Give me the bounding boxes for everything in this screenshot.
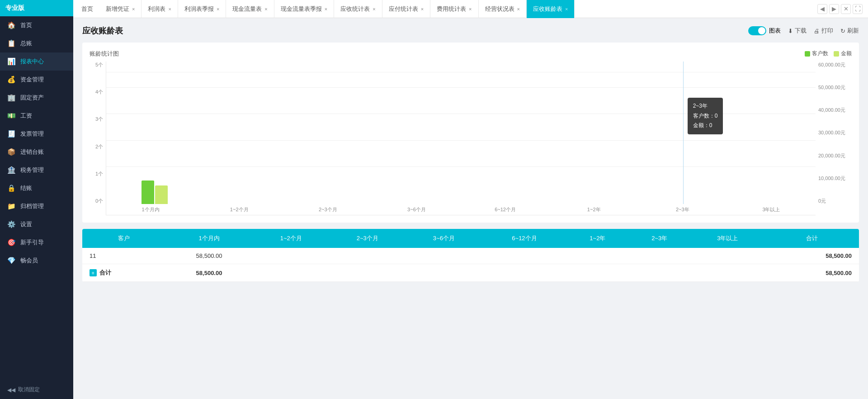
tab-maximize-button[interactable]: ⛶ — [853, 4, 863, 14]
sidebar-item-settings[interactable]: ⚙️ 设置 — [0, 215, 73, 233]
tab-cashflow-quarter-close[interactable]: × — [325, 6, 327, 12]
tax-icon: 🏦 — [7, 166, 16, 174]
refresh-button[interactable]: ↻ 刷新 — [840, 27, 859, 35]
tab-close-all-button[interactable]: ✕ — [841, 4, 851, 14]
sidebar-item-invoice[interactable]: 🧾 发票管理 — [0, 125, 73, 143]
close-accounts-icon: 🔒 — [7, 184, 16, 192]
tab-expense-label: 费用统计表 — [437, 5, 466, 13]
table-total-row: ≡ 合计 58,500.00 58,500.00 — [82, 264, 859, 282]
guide-icon: 🎯 — [7, 238, 16, 247]
tab-prev-button[interactable]: ◀ — [817, 4, 827, 14]
tab-voucher[interactable]: 新增凭证 × — [99, 0, 142, 18]
total-1month: 58,500.00 — [165, 264, 253, 282]
tab-cashflow-close[interactable]: × — [264, 6, 267, 12]
data-table: 客户 1个月内 1~2个月 2~3个月 3~6个月 6~12个月 1~2年 2~… — [82, 229, 859, 282]
sidebar-item-tax[interactable]: 🏦 税务管理 — [0, 161, 73, 179]
tab-ap-stat-close[interactable]: × — [421, 6, 424, 12]
tab-ar-aging-label: 应收账龄表 — [533, 5, 562, 13]
tab-cashflow[interactable]: 现金流量表 × — [226, 0, 274, 18]
ledger-icon: 📋 — [7, 39, 16, 48]
sidebar-item-label: 报表中心 — [20, 57, 44, 66]
tab-business[interactable]: 经营状况表 × — [479, 0, 527, 18]
sidebar-item-label: 设置 — [20, 220, 32, 228]
total-3plus — [690, 264, 765, 282]
th-2-3year: 2~3年 — [628, 229, 690, 248]
cell-1-2month — [253, 248, 329, 264]
x-label-1: 1~2个月 — [195, 204, 283, 215]
sidebar-item-label: 资金管理 — [20, 76, 44, 84]
th-3plus: 3年以上 — [690, 229, 765, 248]
sidebar-item-archive[interactable]: 📁 归档管理 — [0, 197, 73, 215]
print-icon: 🖨 — [814, 28, 820, 34]
sidebar-item-label: 固定资产 — [20, 94, 44, 102]
tab-home-label: 首页 — [81, 5, 93, 13]
bar-group-0 — [111, 180, 198, 204]
chart-container: 5个 4个 3个 2个 1个 0个 — [90, 62, 852, 215]
tab-ap-stat-label: 应付统计表 — [389, 5, 418, 13]
sidebar-item-capital[interactable]: 💰 资金管理 — [0, 71, 73, 89]
sidebar-item-sales[interactable]: 📦 进销台账 — [0, 143, 73, 161]
unpin-button[interactable]: ◀◀ 取消固定 — [0, 380, 73, 399]
tab-ar-aging[interactable]: 应收账龄表 × — [527, 0, 575, 18]
sidebar-item-ledger[interactable]: 📋 总账 — [0, 34, 73, 52]
print-button[interactable]: 🖨 打印 — [814, 27, 833, 35]
cell-2-3year — [628, 248, 690, 264]
tab-ap-stat[interactable]: 应付统计表 × — [382, 0, 430, 18]
th-6-12month: 6~12个月 — [482, 229, 566, 248]
sidebar-item-label: 畅会员 — [20, 256, 38, 265]
x-label-4: 6~12个月 — [461, 204, 550, 215]
sidebar-item-close[interactable]: 🔒 结账 — [0, 179, 73, 197]
total-2-3year — [628, 264, 690, 282]
chart-legend: 客户数 金额 — [805, 50, 852, 57]
x-label-3: 3~6个月 — [372, 204, 461, 215]
sidebar-item-salary[interactable]: 💵 工资 — [0, 107, 73, 125]
page-content: 应收账龄表 图表 ⬇ 下载 🖨 打印 ↻ 刷新 — [73, 18, 868, 399]
tab-profit-quarter-close[interactable]: × — [217, 6, 219, 12]
refresh-icon: ↻ — [840, 28, 845, 34]
th-1-2month: 1~2个月 — [253, 229, 329, 248]
download-button[interactable]: ⬇ 下载 — [788, 27, 807, 35]
tab-profit-quarter[interactable]: 利润表季报 × — [178, 0, 226, 18]
total-total: 58,500.00 — [765, 264, 859, 282]
tab-profit[interactable]: 利润表 × — [142, 0, 178, 18]
unpin-icon: ◀◀ — [7, 387, 15, 393]
legend-customers-dot — [805, 51, 810, 57]
sidebar-item-guide[interactable]: 🎯 新手引导 — [0, 233, 73, 252]
tab-ar-aging-close[interactable]: × — [565, 6, 568, 12]
main-content: 首页 新增凭证 × 利润表 × 利润表季报 × 现金流量表 × 现金流量表季报 … — [73, 0, 868, 399]
cell-1month: 58,500.00 — [165, 248, 253, 264]
tab-cashflow-quarter[interactable]: 现金流量表季报 × — [274, 0, 334, 18]
x-label-7: 3年以上 — [727, 204, 816, 215]
tab-ar-stat-label: 应收统计表 — [340, 5, 370, 13]
sidebar-item-home[interactable]: 🏠 首页 — [0, 16, 73, 34]
table-section: 客户 1个月内 1~2个月 2~3个月 3~6个月 6~12个月 1~2年 2~… — [82, 229, 859, 282]
total-1-2month — [253, 264, 329, 282]
chart-toggle[interactable] — [748, 26, 766, 35]
salary-icon: 💵 — [7, 112, 16, 120]
th-total: 合计 — [765, 229, 859, 248]
tab-expense-close[interactable]: × — [469, 6, 472, 12]
sidebar-item-member[interactable]: 💎 畅会员 — [0, 252, 73, 270]
sidebar-item-report[interactable]: 📊 报表中心 — [0, 52, 73, 71]
tab-profit-quarter-label: 利润表季报 — [184, 5, 214, 13]
tab-voucher-close[interactable]: × — [132, 6, 135, 12]
chart-section: 账龄统计图 客户数 金额 5个 4个 3个 2个 1个 — [82, 43, 859, 223]
capital-icon: 💰 — [7, 76, 16, 84]
tab-business-close[interactable]: × — [517, 6, 520, 12]
sidebar-logo: 专业版 — [0, 0, 73, 16]
home-icon: 🏠 — [7, 21, 16, 29]
tab-cashflow-quarter-label: 现金流量表季报 — [281, 5, 322, 13]
total-label-cell: ≡ 合计 — [82, 264, 165, 282]
sidebar-item-assets[interactable]: 🏢 固定资产 — [0, 89, 73, 107]
chart-title: 账龄统计图 — [90, 50, 852, 58]
tab-ar-stat-close[interactable]: × — [373, 6, 375, 12]
tab-profit-close[interactable]: × — [168, 6, 171, 12]
sales-icon: 📦 — [7, 148, 16, 156]
tab-expense[interactable]: 费用统计表 × — [430, 0, 478, 18]
tab-ar-stat[interactable]: 应收统计表 × — [334, 0, 382, 18]
tab-home[interactable]: 首页 — [75, 0, 99, 18]
tab-business-label: 经营状况表 — [485, 5, 514, 13]
legend-customers-label: 客户数 — [812, 50, 828, 57]
cell-1-2year — [567, 248, 629, 264]
tab-next-button[interactable]: ▶ — [829, 4, 839, 14]
